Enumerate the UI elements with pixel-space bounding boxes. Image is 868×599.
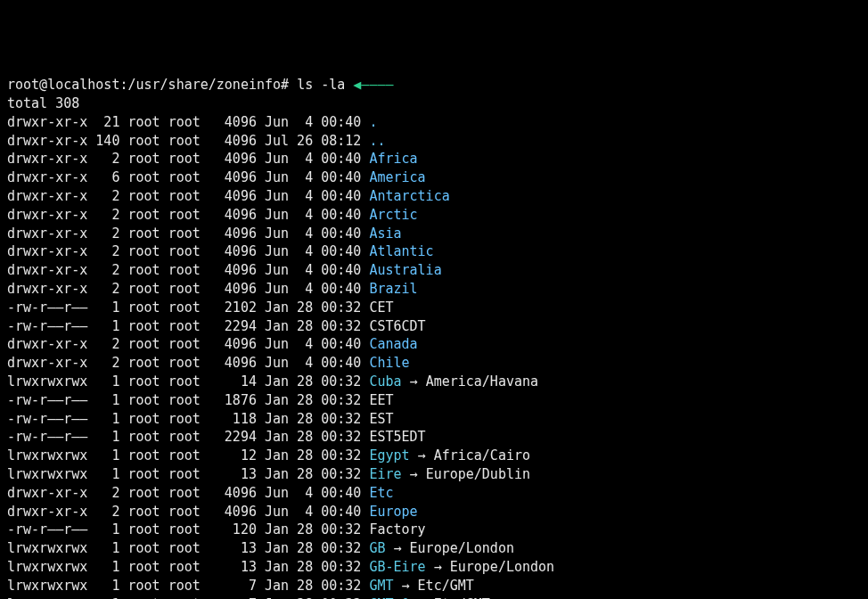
file-name: . [369, 114, 377, 130]
file-owner: root [127, 318, 160, 334]
list-item: lrwxrwxrwx 1 root root 13 Jan 28 00:32 G… [7, 539, 861, 558]
file-group: root [168, 133, 201, 149]
file-date: Jun 4 00:40 [265, 114, 361, 130]
list-item: drwxr-xr-x 2 root root 4096 Jun 4 00:40 … [7, 503, 861, 521]
file-owner: root [127, 504, 160, 520]
file-perm: lrwxrwxrwx [7, 466, 87, 482]
file-date: Jan 28 00:32 [265, 300, 361, 316]
file-group: root [168, 578, 201, 594]
file-date: Jan 28 00:32 [265, 540, 361, 556]
file-links: 1 [95, 300, 119, 316]
list-item: drwxr-xr-x 2 root root 4096 Jun 4 00:40 … [7, 242, 861, 261]
file-size: 7 [209, 578, 257, 594]
file-owner: root [127, 226, 160, 242]
file-group: root [168, 466, 201, 482]
annotation-arrow-icon: ◀———— [345, 77, 393, 93]
file-perm: drwxr-xr-x [7, 207, 87, 223]
file-name: Europe [369, 504, 417, 520]
list-item: drwxr-xr-x 2 root root 4096 Jun 4 00:40 … [7, 354, 861, 373]
file-group: root [168, 429, 201, 445]
file-size: 13 [209, 540, 257, 556]
file-owner: root [127, 373, 160, 390]
file-perm: lrwxrwxrwx [7, 373, 87, 390]
file-date: Jun 4 00:40 [265, 169, 361, 185]
file-size: 4096 [209, 207, 257, 223]
file-date: Jun 4 00:40 [265, 243, 361, 259]
symlink-arrow-icon: → [402, 373, 426, 390]
file-name: Australia [369, 262, 441, 278]
file-size: 12 [209, 447, 257, 464]
file-date: Jan 28 00:32 [265, 411, 361, 427]
symlink-arrow-icon: → [410, 596, 434, 600]
file-perm: drwxr-xr-x [7, 226, 87, 242]
file-name: Eire [369, 466, 401, 482]
file-perm: drwxr-xr-x [7, 281, 87, 297]
file-owner: root [127, 447, 160, 464]
file-group: root [168, 114, 201, 130]
file-links: 2 [95, 355, 119, 371]
file-links: 2 [95, 188, 119, 204]
symlink-arrow-icon: → [385, 540, 409, 556]
file-links: 6 [95, 169, 119, 185]
list-item: drwxr-xr-x 2 root root 4096 Jun 4 00:40 … [7, 261, 861, 280]
list-item: drwxr-xr-x 2 root root 4096 Jun 4 00:40 … [7, 206, 861, 225]
file-owner: root [127, 336, 160, 352]
file-size: 4096 [209, 336, 257, 352]
symlink-target: Africa/Cairo [434, 447, 530, 464]
file-perm: drwxr-xr-x [7, 504, 87, 520]
file-group: root [168, 392, 201, 408]
file-links: 1 [95, 411, 119, 427]
file-owner: root [127, 392, 160, 408]
file-date: Jun 4 00:40 [265, 281, 361, 297]
file-group: root [168, 485, 201, 501]
file-size: 118 [209, 411, 257, 427]
file-name: Antarctica [369, 188, 449, 204]
file-name: EST [369, 411, 393, 427]
file-links: 21 [95, 114, 119, 130]
file-group: root [168, 373, 201, 390]
file-perm: drwxr-xr-x [7, 133, 87, 149]
list-item: drwxr-xr-x 140 root root 4096 Jul 26 08:… [7, 132, 861, 151]
file-perm: lrwxrwxrwx [7, 596, 87, 600]
list-item: drwxr-xr-x 2 root root 4096 Jun 4 00:40 … [7, 335, 861, 354]
file-links: 1 [95, 429, 119, 445]
total-line: total 308 [7, 94, 861, 113]
file-links: 1 [95, 521, 119, 537]
file-name: Atlantic [369, 243, 433, 259]
file-owner: root [127, 281, 160, 297]
file-group: root [168, 188, 201, 204]
file-group: root [168, 226, 201, 242]
file-owner: root [127, 133, 160, 149]
symlink-target: Europe/Dublin [426, 466, 530, 482]
list-item: drwxr-xr-x 6 root root 4096 Jun 4 00:40 … [7, 168, 861, 187]
list-item: drwxr-xr-x 2 root root 4096 Jun 4 00:40 … [7, 280, 861, 299]
file-perm: -rw-r——r—— [7, 411, 87, 427]
file-date: Jan 28 00:32 [265, 578, 361, 594]
file-name: GMT+0 [369, 596, 409, 600]
symlink-target: America/Havana [426, 373, 538, 390]
file-group: root [168, 151, 201, 167]
file-group: root [168, 540, 201, 556]
list-item: drwxr-xr-x 2 root root 4096 Jun 4 00:40 … [7, 484, 861, 503]
file-date: Jun 4 00:40 [265, 336, 361, 352]
file-owner: root [127, 169, 160, 185]
symlink-target: Europe/London [410, 540, 514, 556]
file-date: Jan 28 00:32 [265, 429, 361, 445]
file-owner: root [127, 151, 160, 167]
prompt-line: root@localhost:/usr/share/zoneinfo# ls -… [7, 76, 861, 94]
file-name: America [369, 169, 425, 185]
list-item: lrwxrwxrwx 1 root root 7 Jan 28 00:32 GM… [7, 577, 861, 595]
file-name: CET [369, 300, 393, 316]
file-owner: root [127, 188, 160, 204]
file-perm: lrwxrwxrwx [7, 540, 87, 556]
file-perm: drwxr-xr-x [7, 188, 87, 204]
symlink-arrow-icon: → [410, 447, 434, 464]
file-size: 4096 [209, 114, 257, 130]
file-date: Jun 4 00:40 [265, 151, 361, 167]
file-size: 4096 [209, 133, 257, 149]
list-item: -rw-r——r—— 1 root root 1876 Jan 28 00:32… [7, 391, 861, 410]
file-size: 13 [209, 559, 257, 575]
list-item: lrwxrwxrwx 1 root root 14 Jan 28 00:32 C… [7, 373, 861, 391]
file-group: root [168, 281, 201, 297]
command-text[interactable]: ls -la [297, 77, 345, 93]
